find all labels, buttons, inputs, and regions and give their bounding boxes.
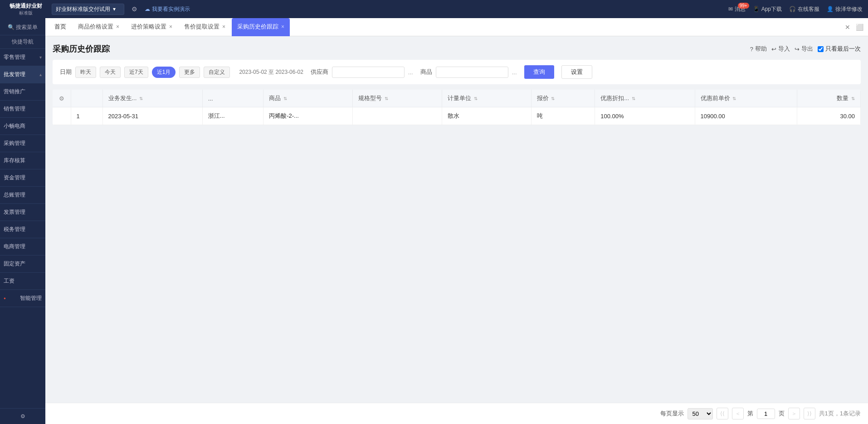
td-gear [53,107,71,125]
th-product[interactable]: 商品 ⇅ [263,90,353,107]
search-label: 搜索菜单 [16,24,38,30]
top-right-actions: ✉ 消息 99+ 📱 App下载 🎧 在线客服 👤 徐泽华修改 [728,5,863,13]
sidebar-item-ecommerce-small[interactable]: 小畅电商 [0,118,45,135]
help-button[interactable]: ? 帮助 [750,45,767,53]
page-input[interactable] [757,409,775,419]
th-unit[interactable]: 计量单位 ⇅ [442,90,532,107]
only-last-checkbox-label[interactable]: 只看最后一次 [818,45,861,53]
sidebar-search[interactable]: 🔍 搜索菜单 [0,20,45,35]
user-icon: 👤 [827,6,834,12]
page-next-btn[interactable]: ＞ [788,408,800,419]
only-last-checkbox[interactable] [818,46,824,52]
page-last-btn[interactable]: ⟩⟩ [804,408,815,419]
headset-icon: 🎧 [789,6,796,12]
tab-purchase-history[interactable]: 采购历史价跟踪 × [232,18,290,36]
online-service-button[interactable]: 🎧 在线客服 [789,5,819,13]
filter-settings-button[interactable]: 设置 [561,65,592,79]
import-label: 导入 [778,45,790,53]
tab-purchase-history-close[interactable]: × [281,24,284,30]
export-icon: ↪ [795,46,800,53]
product-input[interactable] [436,67,508,78]
th-date[interactable]: 业务发生... ⇅ [102,90,202,107]
td-pre-discount-price: 10900.00 [695,107,797,125]
finance-label: 资金管理 [4,174,25,182]
tab-home[interactable]: 首页 [49,18,72,36]
date-7days-btn[interactable]: 近7天 [124,67,148,78]
sort-icon: ⇅ [139,96,143,101]
sidebar-item-invoice[interactable]: 发票管理 [0,204,45,221]
supplier-input[interactable] [332,67,405,78]
main-layout: 🔍 搜索菜单 快捷导航 零售管理 ▾ 批发管理 ▴ 营销推广 销售管理 小畅电商… [0,18,868,424]
sidebar-item-retail[interactable]: 零售管理 ▾ [0,49,45,66]
date-filter-group: 日期 昨天 今天 近7天 近1月 更多 自定义 [60,67,230,78]
app-download-button[interactable]: 📱 App下载 [753,5,782,13]
total-info: 共1页，1条记录 [819,410,861,418]
tab-sale-price-close[interactable]: × [222,24,225,30]
demo-button[interactable]: ☁ 我要看实例演示 [145,5,190,13]
sort-icon-product: ⇅ [283,96,287,101]
sidebar-bottom-settings[interactable]: ⚙ [0,408,45,424]
date-1month-btn[interactable]: 近1月 [152,67,176,78]
window-close-button[interactable]: ✕ [843,22,853,32]
sidebar-item-purchase[interactable]: 采购管理 [0,135,45,152]
version-selector[interactable]: 好业财标准版交付试用 ▾ [52,4,124,15]
sidebar-item-ecommerce[interactable]: 电商管理 [0,238,45,255]
th-spec[interactable]: 规格型号 ⇅ [353,90,442,107]
header-settings-button[interactable]: ⚙ [130,4,139,14]
sidebar-item-marketing[interactable]: 营销推广 [0,83,45,101]
filter-area: 日期 昨天 今天 近7天 近1月 更多 自定义 2023-05-02 至 202… [53,60,861,84]
th-discount-label: 优惠折扣... [600,95,629,101]
purchase-label: 采购管理 [4,140,25,147]
user-profile-button[interactable]: 👤 徐泽华修改 [827,5,863,13]
tab-price-settings-close[interactable]: × [116,24,119,30]
date-more-btn[interactable]: 更多 [179,67,200,78]
window-maximize-button[interactable]: ⬜ [854,22,864,32]
sidebar-item-general-ledger[interactable]: 总账管理 [0,187,45,204]
page-first-btn[interactable]: ⟨⟨ [717,408,728,419]
fixed-assets-label: 固定资产 [4,260,25,268]
sidebar-item-finance[interactable]: 资金管理 [0,169,45,187]
export-button[interactable]: ↪ 导出 [795,45,813,53]
sidebar-item-payroll[interactable]: 工资 [0,273,45,290]
tab-price-settings[interactable]: 商品价格设置 × [73,18,125,36]
message-button[interactable]: ✉ 消息 99+ [728,5,746,13]
sidebar-item-inventory[interactable]: 库存核算 [0,152,45,169]
th-price[interactable]: 报价 ⇅ [531,90,595,107]
query-button[interactable]: 查询 [524,65,554,79]
import-button[interactable]: ↩ 导入 [771,45,790,53]
sidebar-item-fixed-assets[interactable]: 固定资产 [0,255,45,273]
sidebar-item-smart-mgmt[interactable]: ● 智能管理 [0,290,45,307]
sidebar-item-tax[interactable]: 税务管理 [0,221,45,238]
th-more[interactable]: ... [202,90,263,107]
marketing-label: 营销推广 [4,88,25,96]
th-unit-label: 计量单位 [448,95,471,101]
date-custom-btn[interactable]: 自定义 [204,67,230,78]
tab-sale-price[interactable]: 售价提取设置 × [179,18,231,36]
th-quantity[interactable]: 数量 ⇅ [797,90,860,107]
date-range-group: 2023-05-02 至 2023-06-02 [237,68,303,76]
download-icon: 📱 [753,6,760,12]
page-title: 采购历史价跟踪 [53,43,110,54]
chevron-down-icon: ▾ [39,55,42,60]
tab-sale-price-label: 售价提取设置 [184,23,219,31]
tab-pricing-strategy[interactable]: 进价策略设置 × [126,18,178,36]
date-today-btn[interactable]: 今天 [100,67,121,78]
gear-icon[interactable]: ⚙ [59,95,64,102]
tab-pricing-strategy-close[interactable]: × [169,24,172,30]
product-more-btn[interactable]: ... [512,69,517,76]
th-pre-discount[interactable]: 优惠前单价 ⇅ [695,90,797,107]
window-controls: ✕ ⬜ [843,22,864,32]
sort-icon-price: ⇅ [551,96,555,101]
th-gear[interactable]: ⚙ [53,90,71,107]
date-yesterday-btn[interactable]: 昨天 [75,67,96,78]
sidebar-item-sales[interactable]: 销售管理 [0,101,45,118]
sidebar-item-wholesale[interactable]: 批发管理 ▴ [0,66,45,83]
supplier-more-btn[interactable]: ... [408,69,413,76]
page-prev-btn[interactable]: ＜ [732,408,744,419]
cloud-icon: ☁ [145,6,150,12]
bottom-settings-icon: ⚙ [20,413,25,419]
sidebar-quick-nav[interactable]: 快捷导航 [0,35,45,49]
per-page-select[interactable]: 50 10 20 100 [688,408,713,419]
th-discount[interactable]: 优惠折扣... ⇅ [595,90,695,107]
app-title: 畅捷通好业财 [10,2,42,10]
